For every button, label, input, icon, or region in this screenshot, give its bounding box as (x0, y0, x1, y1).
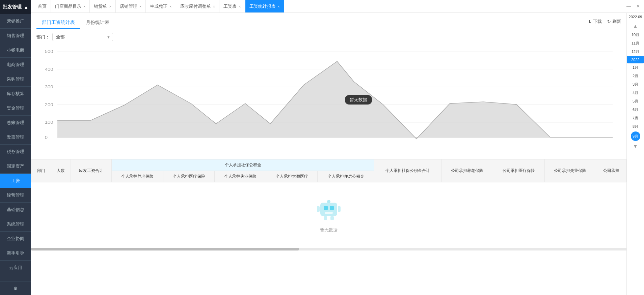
chart-no-data-tooltip: 暂无数据 (345, 95, 372, 105)
sidebar-item-小畅电商[interactable]: 小畅电商 (0, 43, 31, 58)
sidebar-item-电商管理[interactable]: 电商管理 (0, 58, 31, 72)
date-sep[interactable]: 9月 (631, 131, 640, 141)
sidebar-item-库存核算[interactable]: 库存核算 (0, 87, 31, 101)
tab-label-工资统计报表: 工资统计报表 (249, 3, 276, 9)
sidebar-item-工资[interactable]: 工资 (0, 174, 31, 188)
th-company-pension: 公司承担养老保险 (441, 159, 493, 182)
date-oct[interactable]: 10月 (627, 31, 644, 39)
sidebar-item-基础信息[interactable]: 基础信息 (0, 203, 31, 217)
tab-首页[interactable]: 首页 (34, 0, 51, 13)
date-nov[interactable]: 11月 (627, 39, 644, 48)
empty-state: 暂无数据 (31, 182, 626, 246)
current-date-display: 2022.09 (627, 13, 644, 21)
sidebar-footer[interactable]: ⚙ (0, 282, 31, 295)
th-company-medical: 公司承担医疗保险 (493, 159, 544, 182)
svg-text:100: 100 (45, 120, 53, 124)
svg-rect-16 (325, 212, 333, 214)
sub-tab-dept[interactable]: 部门工资统计表 (36, 17, 80, 29)
stats-table: 部门 人数 应发工资合计 个人承担社保公积金 个人承担社保公积金合计 公司承担养… (31, 159, 626, 182)
sidebar-item-税务管理[interactable]: 税务管理 (0, 145, 31, 159)
tab-label-生成凭证: 生成凭证 (150, 3, 167, 9)
th-personal-unemployment: 个人承担失业保险 (215, 171, 266, 182)
sidebar-collapse-icon: ▲ (24, 4, 28, 10)
date-jan[interactable]: 1月 (627, 63, 644, 72)
tab-工资表[interactable]: 工资表× (219, 0, 245, 13)
date-dec[interactable]: 12月 (627, 48, 644, 56)
refresh-icon: ↻ (607, 19, 611, 24)
download-icon: ⬇ (588, 19, 592, 24)
dept-select[interactable]: 全部 (52, 33, 113, 41)
tab-label-店铺管理: 店铺管理 (120, 3, 137, 9)
refresh-button[interactable]: ↻ 刷新 (607, 19, 621, 25)
window-close-icon[interactable]: ✕ (635, 4, 641, 9)
sidebar-item-发票管理[interactable]: 发票管理 (0, 130, 31, 145)
sidebar-item-资金管理[interactable]: 资金管理 (0, 101, 31, 116)
sidebar-item-云应用[interactable]: 云应用 (0, 261, 31, 275)
sidebar-item-经营管理[interactable]: 经营管理 (0, 188, 31, 203)
sidebar-item-新手引导[interactable]: 新手引导 (0, 246, 31, 261)
date-aug[interactable]: 8月 (627, 122, 644, 131)
tab-销货单[interactable]: 销货单× (90, 0, 115, 13)
date-nav-up[interactable]: ▲ (631, 21, 640, 31)
tab-close-工资表[interactable]: × (239, 4, 241, 8)
tab-工资统计报表[interactable]: 工资统计报表× (245, 0, 284, 13)
sidebar-item-采购管理[interactable]: 采购管理 (0, 72, 31, 87)
tab-label-工资表: 工资表 (223, 3, 237, 9)
svg-rect-13 (320, 203, 337, 216)
svg-text:200: 200 (45, 102, 53, 107)
svg-rect-19 (338, 206, 341, 212)
tab-门店商品目录[interactable]: 门店商品目录× (51, 0, 90, 13)
tab-close-店铺管理[interactable]: × (139, 4, 141, 8)
sub-tabs: 部门工资统计表 月份统计表 ⬇ 下载 ↻ 刷新 (31, 13, 626, 29)
toolbar-row: 部门： 全部 ▼ (31, 29, 626, 45)
tab-应收应付调整单[interactable]: 应收应付调整单× (176, 0, 219, 13)
tab-close-销货单[interactable]: × (109, 4, 111, 8)
svg-text:400: 400 (45, 67, 53, 71)
scrollbar-thumb[interactable] (31, 248, 299, 250)
date-sidebar: 2022.09 ▲ 10月 11月 12月 2022 1月 2月 3月 4月 5… (626, 13, 644, 295)
tab-label-门店商品目录: 门店商品目录 (55, 3, 81, 9)
sidebar-items: 营销推广销售管理小畅电商电商管理采购管理库存核算资金管理总账管理发票管理税务管理… (0, 14, 31, 275)
date-jun[interactable]: 6月 (627, 106, 644, 114)
date-may[interactable]: 5月 (627, 97, 644, 106)
tab-店铺管理[interactable]: 店铺管理× (116, 0, 146, 13)
th-personal-pension: 个人承担养老保险 (112, 171, 163, 182)
sidebar-item-企业协同[interactable]: 企业协同 (0, 232, 31, 246)
th-personal-total: 个人承担社保公积金合计 (374, 159, 441, 182)
tab-close-应收应付调整单[interactable]: × (213, 4, 215, 8)
tab-label-应收应付调整单: 应收应付调整单 (180, 3, 211, 9)
th-personal-social: 个人承担社保公积金 (112, 159, 374, 171)
tab-生成凭证[interactable]: 生成凭证× (146, 0, 176, 13)
date-feb[interactable]: 2月 (627, 72, 644, 80)
date-nav-down[interactable]: ▼ (631, 142, 640, 151)
horizontal-scrollbar[interactable] (31, 248, 626, 250)
sidebar-item-系统管理[interactable]: 系统管理 (0, 217, 31, 232)
svg-rect-21 (330, 216, 334, 220)
sidebar-item-销售管理[interactable]: 销售管理 (0, 29, 31, 43)
sidebar-item-总账管理[interactable]: 总账管理 (0, 116, 31, 130)
th-count: 人数 (51, 159, 71, 182)
tab-close-门店商品目录[interactable]: × (83, 4, 85, 8)
th-total-salary: 应发工资合计 (71, 159, 112, 182)
tab-close-工资统计报表[interactable]: × (278, 4, 280, 8)
th-personal-major-medical: 个人承担大额医疗 (266, 171, 317, 182)
tab-close-生成凭证[interactable]: × (169, 4, 171, 8)
sidebar-header[interactable]: 批发管理 ▲ (0, 0, 31, 14)
page-content: 部门工资统计表 月份统计表 ⬇ 下载 ↻ 刷新 部门： (31, 13, 644, 295)
tab-label-首页: 首页 (38, 3, 47, 9)
sub-tab-month[interactable]: 月份统计表 (80, 17, 115, 29)
date-mar[interactable]: 3月 (627, 80, 644, 89)
toolbar-left: 部门： 全部 ▼ (36, 33, 113, 41)
svg-text:300: 300 (45, 85, 53, 89)
th-personal-housing: 个人承担住房公积金 (318, 171, 374, 182)
date-apr[interactable]: 4月 (627, 89, 644, 97)
date-year-2022[interactable]: 2022 (627, 56, 644, 63)
sidebar-item-固定资产[interactable]: 固定资产 (0, 159, 31, 174)
svg-rect-14 (324, 206, 328, 210)
window-minimize-icon[interactable]: — (625, 4, 632, 9)
table-area: 部门 人数 应发工资合计 个人承担社保公积金 个人承担社保公积金合计 公司承担养… (31, 159, 626, 295)
download-button[interactable]: ⬇ 下载 (588, 19, 602, 25)
sidebar-item-营销推广[interactable]: 营销推广 (0, 14, 31, 29)
date-jul[interactable]: 7月 (627, 114, 644, 122)
gear-icon: ⚙ (14, 286, 18, 291)
